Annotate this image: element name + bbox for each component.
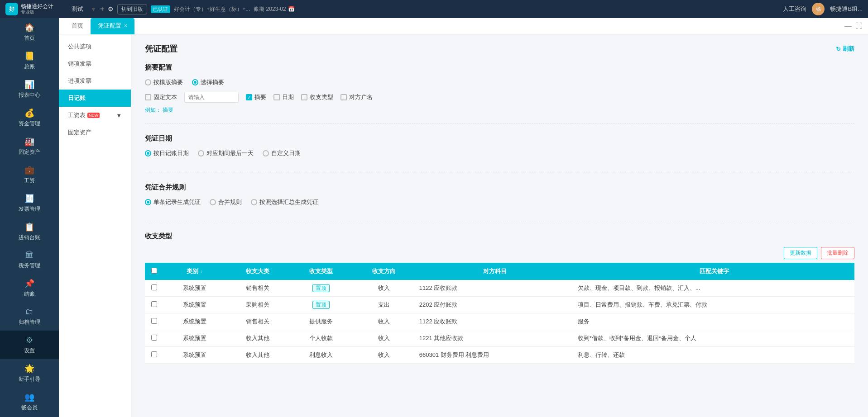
radio-circle-aggregate: [251, 199, 257, 205]
left-nav-item-payroll[interactable]: 工资表 NEW ▼: [59, 107, 131, 124]
page-content: 公共选项 销项发票 进项发票 日记账 工资表 NEW ▼ 固定资产 凭证配置: [59, 34, 868, 417]
row-sub-type-1: 置顶: [289, 297, 352, 313]
row-select-0[interactable]: [151, 284, 157, 290]
sidebar-item-funds[interactable]: 💰 资金管理: [0, 104, 59, 132]
table-header-category: 类别 ↕: [163, 263, 226, 280]
row-select-1[interactable]: [151, 301, 157, 307]
income-expense-section: 收支类型 更新数据 批量删除: [145, 232, 854, 364]
add-button[interactable]: +: [100, 5, 104, 13]
row-account-4: 660301 财务费用 利息费用: [416, 347, 574, 364]
row-sub-type-0: 置顶: [289, 280, 352, 297]
radio-last-day[interactable]: 对应期间最后一天: [198, 149, 254, 157]
checkbox-fixed-text[interactable]: 固定文本: [145, 93, 177, 101]
radio-select-summary[interactable]: 选择摘要: [192, 78, 224, 86]
row-select-4[interactable]: [151, 351, 157, 357]
new-badge: NEW: [87, 113, 100, 118]
radio-journal-date[interactable]: 按日记账日期: [145, 149, 189, 157]
tab-bar: 首页 凭证配置 × — ⛶: [59, 18, 868, 34]
checkbox-box-fixed: [145, 94, 151, 100]
radio-custom-date[interactable]: 自定义日期: [263, 149, 301, 157]
status-tag-1: 置顶: [312, 301, 330, 309]
checkbox-box-income-type: [301, 94, 307, 100]
row-keywords-2: 服务: [574, 313, 854, 330]
sidebar-item-home[interactable]: 🏠 首页: [0, 18, 59, 47]
summary-radio-group: 按模版摘要 选择摘要: [145, 78, 854, 86]
checkbox-date[interactable]: 日期: [273, 93, 294, 101]
sidebar-item-tax[interactable]: 🏛 税务管理: [0, 246, 59, 274]
window-max-icon[interactable]: ⛶: [855, 22, 863, 30]
nav-item-test[interactable]: 测试: [68, 5, 87, 13]
radio-single-record[interactable]: 单条记录生成凭证: [145, 198, 201, 206]
tab-close-icon[interactable]: ×: [124, 23, 127, 29]
fixed-text-input[interactable]: [184, 92, 239, 103]
tab-home[interactable]: 首页: [64, 18, 91, 34]
sidebar: 🏠 首页 📒 总账 📊 报表中心 💰 资金管理 🏭 固定资产 💼 工资 🧾 发票…: [0, 18, 59, 417]
radio-template-summary[interactable]: 按模版摘要: [145, 78, 183, 86]
row-checkbox-2[interactable]: [145, 313, 163, 330]
sidebar-item-member[interactable]: 👥 畅会员: [0, 388, 59, 416]
row-sub-type-2: 提供服务: [289, 313, 352, 330]
row-checkbox-4[interactable]: [145, 347, 163, 364]
row-checkbox-3[interactable]: [145, 330, 163, 347]
row-sub-type-3: 个人收款: [289, 330, 352, 347]
home-icon: 🏠: [24, 23, 34, 33]
row-category-1: 系统预置: [163, 297, 226, 313]
left-nav-item-journal[interactable]: 日记账: [59, 90, 131, 107]
select-all-checkbox[interactable]: [151, 268, 157, 274]
period-badge: 账期 2023-02 📅: [254, 5, 294, 13]
left-nav: 公共选项 销项发票 进项发票 日记账 工资表 NEW ▼ 固定资产: [59, 34, 131, 417]
radio-circle-journal: [145, 150, 151, 156]
row-direction-0: 收入: [352, 280, 415, 297]
sidebar-item-settle[interactable]: 📌 结账: [0, 274, 59, 303]
logo-text: 畅捷通好会计 专业版: [21, 3, 53, 15]
calendar-icon: 📅: [288, 6, 295, 12]
checkbox-summary[interactable]: ✓ 摘要: [246, 93, 266, 101]
row-checkbox-1[interactable]: [145, 297, 163, 313]
ledger-icon: 📒: [24, 51, 34, 61]
window-controls: — ⛶: [844, 22, 863, 30]
assets-icon: 🏭: [24, 137, 34, 147]
left-nav-item-purchase-invoice[interactable]: 进项发票: [59, 72, 131, 90]
row-keywords-0: 欠款、现金、项目款、到款、报销款、汇入、...: [574, 280, 854, 297]
sidebar-item-reports[interactable]: 📊 报表中心: [0, 75, 59, 104]
sidebar-item-settings[interactable]: ⚙ 设置: [0, 331, 59, 359]
sidebar-item-invoice[interactable]: 🧾 发票管理: [0, 189, 59, 218]
sidebar-item-ledger[interactable]: 📒 总账: [0, 47, 59, 75]
radio-circle-custom-date: [263, 150, 269, 156]
row-select-2[interactable]: [151, 318, 157, 324]
table-row: 系统预置 收入其他 个人收款 收入 1221 其他应收款 收到*借款、收到*备用…: [145, 330, 854, 347]
batch-delete-button[interactable]: 批量删除: [821, 247, 854, 259]
window-min-icon[interactable]: —: [844, 22, 852, 30]
config-panel: 凭证配置 ↻ 刷新 摘要配置 按模版摘要: [131, 34, 868, 417]
update-data-button[interactable]: 更新数据: [784, 247, 817, 259]
left-nav-item-sales-invoice[interactable]: 销项发票: [59, 55, 131, 72]
status-tag-0: 置顶: [312, 284, 330, 292]
left-nav-item-public[interactable]: 公共选项: [59, 38, 131, 55]
tab-voucher-config[interactable]: 凭证配置 ×: [91, 18, 134, 34]
checkbox-counterpart-name[interactable]: 对方户名: [340, 93, 373, 101]
radio-aggregate[interactable]: 按照选择汇总生成凭证: [251, 198, 318, 206]
row-direction-1: 支出: [352, 297, 415, 313]
sidebar-item-assets[interactable]: 🏭 固定资产: [0, 132, 59, 161]
checkbox-box-summary: ✓: [246, 94, 252, 100]
row-checkbox-0[interactable]: [145, 280, 163, 297]
left-nav-item-fixed-assets[interactable]: 固定资产: [59, 124, 131, 141]
refresh-button[interactable]: ↻ 刷新: [836, 45, 854, 53]
radio-merge-rule[interactable]: 合并规则: [210, 198, 242, 206]
old-version-button[interactable]: 切到旧版: [117, 4, 147, 14]
sidebar-item-archive[interactable]: 🗂 归档管理: [0, 303, 59, 331]
certified-badge: 已认证: [151, 5, 170, 13]
sidebar-item-guide[interactable]: 🌟 新手引导: [0, 359, 59, 388]
checkbox-income-type[interactable]: 收支类型: [301, 93, 333, 101]
row-sub-type-4: 利息收入: [289, 347, 352, 364]
row-category-3: 系统预置: [163, 330, 226, 347]
table-header-checkbox[interactable]: [145, 263, 163, 280]
table-header-main-type: 收支大类: [226, 263, 289, 280]
radio-circle-merge: [210, 199, 216, 205]
gear-icon[interactable]: ⚙: [108, 5, 114, 13]
sidebar-item-salary[interactable]: 💼 工资: [0, 161, 59, 189]
row-select-3[interactable]: [151, 335, 157, 341]
consult-label[interactable]: 人工咨询: [783, 5, 806, 13]
table-row: 系统预置 收入其他 利息收入 收入 660301 财务费用 利息费用 利息、行转…: [145, 347, 854, 364]
sidebar-item-sales[interactable]: 📋 进销台账: [0, 218, 59, 246]
